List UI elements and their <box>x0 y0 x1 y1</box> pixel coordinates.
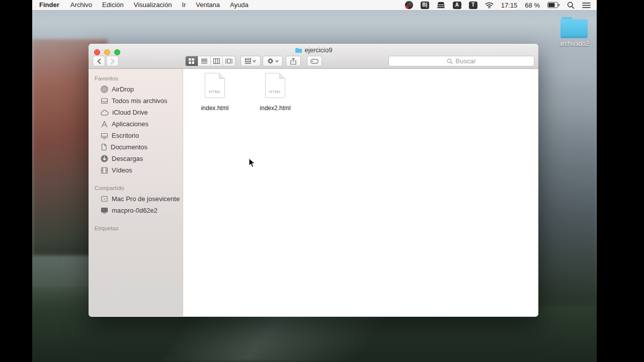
share-button[interactable] <box>286 56 301 66</box>
notification-center-icon[interactable] <box>582 2 591 9</box>
file-name-label: index.html <box>192 105 238 112</box>
sidebar-item-airdrop[interactable]: AirDrop <box>89 83 183 95</box>
back-button[interactable] <box>93 56 105 66</box>
file-kind-badge: HTML <box>205 89 224 94</box>
column-view-button[interactable] <box>211 56 223 66</box>
sidebar-item-label: Descargas <box>112 155 143 162</box>
spotlight-icon[interactable] <box>567 2 575 9</box>
menu-archivo[interactable]: Archivo <box>65 0 97 10</box>
wifi-icon[interactable] <box>485 2 494 9</box>
folder-icon <box>295 47 302 55</box>
sidebar-item-label: Todos mis archivos <box>112 97 168 105</box>
tag-button[interactable] <box>307 56 322 66</box>
sidebar-section-compartido: Compartido <box>89 182 183 193</box>
sidebar-item-label: Documentos <box>111 143 147 151</box>
window-title-text: ejercicio9 <box>305 46 333 54</box>
desktop-folder-archivado2[interactable]: archivado2 <box>555 17 593 47</box>
sidebar-item-aplicaciones[interactable]: Aplicaciones <box>89 118 183 130</box>
file-index-html[interactable]: HTML index.html <box>192 73 238 112</box>
display-icon <box>101 207 108 214</box>
sidebar-item-escritorio[interactable]: Escritorio <box>89 130 183 141</box>
finder-window: ejercicio9 <box>89 44 538 317</box>
sidebar: Favoritos AirDrop Todos mis archivos iCl… <box>89 69 183 316</box>
sidebar-section-favoritos: Favoritos <box>89 72 183 83</box>
shared-mac-icon <box>101 196 108 202</box>
menu-visualizacion[interactable]: Visualización <box>129 0 177 10</box>
html-file-icon: HTML <box>205 73 225 98</box>
sidebar-item-label: macpro-0d62e2 <box>112 207 157 214</box>
all-files-icon <box>101 97 108 105</box>
file-kind-badge: HTML <box>266 89 285 94</box>
window-titlebar[interactable]: ejercicio9 <box>89 44 538 69</box>
airdrop-icon <box>101 85 108 93</box>
menu-bar: Finder Archivo Edición Visualización Ir … <box>32 0 597 11</box>
file-name-label: index2.html <box>252 105 298 112</box>
file-browser-content[interactable]: HTML index.html HTML index2.html <box>183 69 538 316</box>
status-area: B| A T 17:15 68 % <box>405 1 597 9</box>
file-index2-html[interactable]: HTML index2.html <box>252 73 298 112</box>
b-app-icon[interactable]: B| <box>421 2 429 9</box>
sidebar-item-label: Aplicaciones <box>112 120 148 128</box>
search-icon <box>447 58 453 64</box>
icloud-icon <box>101 110 109 116</box>
list-view-button[interactable] <box>198 56 211 66</box>
folder-icon <box>560 17 588 38</box>
menu-ayuda[interactable]: Ayuda <box>225 0 254 10</box>
battery-icon[interactable] <box>547 2 559 8</box>
screen: Finder Archivo Edición Visualización Ir … <box>32 0 597 362</box>
t-app-icon[interactable]: T <box>469 2 477 9</box>
toolbar: Buscar <box>89 56 538 67</box>
videos-icon <box>101 167 108 174</box>
sidebar-item-label: Escritorio <box>112 132 139 139</box>
html-file-icon: HTML <box>265 73 285 98</box>
battery-percentage: 68 % <box>525 2 540 9</box>
menu-ventana[interactable]: Ventana <box>191 0 225 10</box>
view-switcher <box>185 56 235 66</box>
sidebar-item-label: AirDrop <box>112 85 134 93</box>
sidebar-item-videos[interactable]: Vídeos <box>89 164 183 176</box>
sidebar-item-macpro-0d62e2[interactable]: macpro-0d62e2 <box>89 205 183 216</box>
menu-ir[interactable]: Ir <box>177 0 191 10</box>
sidebar-item-label: Mac Pro de josevicente <box>112 195 180 203</box>
sidebar-item-documentos[interactable]: Documentos <box>89 141 183 153</box>
window-title: ejercicio9 <box>89 46 538 55</box>
actions-gear-button[interactable] <box>263 56 283 66</box>
sidebar-item-label: Vídeos <box>112 166 132 174</box>
search-placeholder: Buscar <box>455 57 475 65</box>
a-app-icon[interactable]: A <box>453 2 461 9</box>
sidebar-item-macpro-josevicente[interactable]: Mac Pro de josevicente <box>89 193 183 205</box>
clock[interactable]: 17:15 <box>501 2 518 9</box>
sidebar-item-label: iCloud Drive <box>112 109 148 116</box>
sidebar-item-icloud-drive[interactable]: iCloud Drive <box>89 107 183 118</box>
menu-finder[interactable]: Finder <box>39 0 65 10</box>
icon-view-button[interactable] <box>186 56 198 66</box>
applications-icon <box>101 121 108 128</box>
stack-icon[interactable] <box>437 2 445 9</box>
coverflow-view-button[interactable] <box>223 56 235 66</box>
sidebar-section-etiquetas: Etiquetas <box>89 222 183 233</box>
downloads-icon <box>101 155 108 162</box>
recorder-icon[interactable] <box>405 1 413 9</box>
forward-button[interactable] <box>106 56 119 66</box>
menu-list: Finder Archivo Edición Visualización Ir … <box>32 0 254 10</box>
sidebar-item-descargas[interactable]: Descargas <box>89 153 183 164</box>
desktop-icon <box>101 132 108 139</box>
sidebar-item-todos-mis-archivos[interactable]: Todos mis archivos <box>89 95 183 107</box>
window-body: Favoritos AirDrop Todos mis archivos iCl… <box>89 69 538 316</box>
documents-icon <box>101 143 107 151</box>
desktop-folder-label: archivado2 <box>555 40 593 47</box>
arrange-button[interactable] <box>240 56 261 66</box>
mouse-cursor <box>249 158 256 170</box>
search-field[interactable]: Buscar <box>388 56 534 66</box>
menu-edicion[interactable]: Edición <box>97 0 129 10</box>
